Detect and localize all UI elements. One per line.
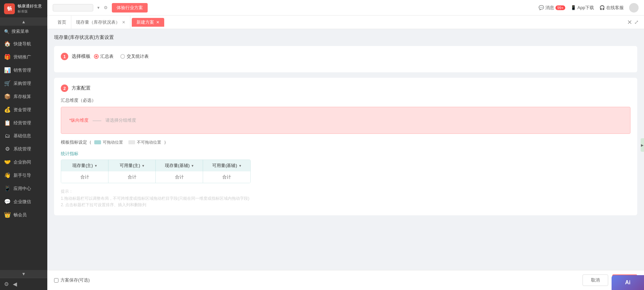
stats-col4-summary: 合计 bbox=[203, 171, 250, 183]
indicator-settings-label: 模板指标设定（ 可拖动位置 不可拖动位置 ） bbox=[61, 139, 630, 145]
dimension-dash: —— bbox=[93, 118, 101, 123]
legend-draggable: 可拖动位置 bbox=[94, 140, 123, 145]
stats-col4-label: 可用量(基辅) bbox=[212, 163, 237, 169]
inventory-icon: 📦 bbox=[4, 93, 11, 100]
sidebar-scroll-area: 🔍 搜索菜单 🏠 快捷导航 🎁 营销推广 📊 销售管理 🛒 采购管理 📦 库存核… bbox=[0, 26, 47, 270]
sidebar-search[interactable]: 🔍 搜索菜单 bbox=[0, 26, 47, 37]
tab-home-label: 首页 bbox=[57, 19, 66, 25]
quick-nav-icon: 🏠 bbox=[4, 41, 11, 47]
search-input[interactable] bbox=[53, 4, 93, 11]
stats-col3-summary: 合计 bbox=[156, 171, 203, 183]
tab-home[interactable]: 首页 bbox=[53, 16, 71, 29]
dimension-placeholder: 请选择分组维度 bbox=[105, 117, 136, 123]
tab-new-plan[interactable]: 新建方案 ✕ bbox=[132, 18, 164, 27]
tab-new-plan-close[interactable]: ✕ bbox=[156, 20, 159, 25]
sidebar-item-quick-nav[interactable]: 🏠 快捷导航 bbox=[0, 37, 47, 50]
legend-fixed: 不可拖动位置 bbox=[128, 140, 161, 145]
sidebar-search-label: 搜索菜单 bbox=[11, 28, 29, 34]
sidebar-item-finance[interactable]: 💰 资金管理 bbox=[0, 103, 47, 116]
ai-button-label: Ai bbox=[625, 280, 630, 286]
sidebar-item-vip[interactable]: 👑 畅会员 bbox=[0, 208, 47, 221]
sidebar-item-wechat[interactable]: 💬 企业微信 bbox=[0, 195, 47, 208]
indicator-label-text: 模板指标设定（ bbox=[61, 139, 92, 145]
sidebar-item-cooperation[interactable]: 🤝 企业协同 bbox=[0, 155, 47, 169]
sidebar-item-label: 新手引导 bbox=[14, 172, 31, 178]
indicator-settings: 模板指标设定（ 可拖动位置 不可拖动位置 ） bbox=[61, 139, 630, 145]
save-checkbox[interactable] bbox=[54, 278, 58, 283]
sidebar-item-sales[interactable]: 📊 销售管理 bbox=[0, 64, 47, 77]
radio-cross-label: 交叉统计表 bbox=[127, 53, 149, 59]
vertical-dimension-label: *纵向维度 bbox=[69, 117, 89, 123]
industry-solution-button[interactable]: 体验行业方案 bbox=[112, 3, 148, 13]
step1-number: 1 bbox=[61, 53, 68, 60]
logo-icon: 畅 bbox=[4, 3, 15, 14]
tab-inventory-status[interactable]: 现存量（库存状况表） ✕ bbox=[71, 16, 130, 29]
app-download-btn[interactable]: 📱 App下载 bbox=[571, 5, 594, 11]
ai-button[interactable]: Ai bbox=[612, 275, 644, 290]
right-edge-collapse[interactable]: ▶ bbox=[641, 138, 644, 152]
sidebar-item-inventory[interactable]: 📦 库存核算 bbox=[0, 90, 47, 103]
settings-icon[interactable]: ⚙ bbox=[4, 281, 9, 287]
message-btn[interactable]: 💬 消息 99+ bbox=[539, 5, 565, 11]
purchase-icon: 🛒 bbox=[4, 80, 11, 87]
step1-header: 1 选择模板 汇总表 交叉统计表 bbox=[61, 53, 630, 60]
sidebar-item-label: 基础信息 bbox=[14, 133, 31, 139]
close-panel-icon[interactable]: ✕ bbox=[627, 19, 632, 26]
radio-cross[interactable]: 交叉统计表 bbox=[120, 53, 149, 59]
sidebar-item-system[interactable]: ⚙ 系统管理 bbox=[0, 142, 47, 155]
tab-inventory-status-close[interactable]: ✕ bbox=[122, 20, 125, 25]
sidebar-item-operation[interactable]: 📋 经营管理 bbox=[0, 116, 47, 129]
sidebar-scroll-down[interactable]: ▼ bbox=[0, 270, 47, 278]
user-avatar[interactable] bbox=[629, 3, 639, 13]
settings-header-icon[interactable]: ⚙ bbox=[104, 5, 108, 10]
message-label: 消息 bbox=[545, 5, 554, 11]
online-service-btn[interactable]: 🎧 在线客服 bbox=[599, 5, 624, 11]
col4-chevron-icon: ▾ bbox=[239, 164, 241, 168]
newbie-icon: 👋 bbox=[4, 172, 11, 178]
stats-col3-header[interactable]: 现存量(基辅) ▾ bbox=[156, 160, 203, 171]
save-label: 方案保存(可选) bbox=[60, 277, 90, 283]
stats-title: 统计指标 bbox=[61, 151, 630, 157]
message-badge: 99+ bbox=[555, 5, 565, 10]
stats-col1-summary: 合计 bbox=[61, 171, 108, 183]
sidebar-footer: ⚙ ◀ bbox=[0, 278, 47, 290]
tabs-bar: 首页 现存量（库存状况表） ✕ 新建方案 ✕ ✕ ⤢ bbox=[47, 16, 644, 29]
content-area: 现存量(库存状况表)方案设置 1 选择模板 汇总表 交叉统计表 bbox=[47, 29, 644, 270]
operation-icon: 📋 bbox=[4, 120, 11, 126]
dropdown-arrow-icon[interactable]: ▾ bbox=[97, 5, 100, 10]
cooperation-icon: 🤝 bbox=[4, 159, 11, 165]
sidebar-item-basic-info[interactable]: 🗂 基础信息 bbox=[0, 129, 47, 142]
top-header: ▾ ⚙ 体验行业方案 💬 消息 99+ 📱 App下载 🎧 在线客服 bbox=[47, 0, 644, 16]
tips-box: 提示： 1.拖动标题栏可以调整布局，不可跨维度或指标区域拖动栏目字段(只能在同一… bbox=[61, 189, 630, 208]
online-service-label: 在线客服 bbox=[606, 5, 624, 11]
sidebar-item-label: 营销推广 bbox=[14, 54, 31, 60]
collapse-sidebar-icon[interactable]: ◀ bbox=[13, 281, 17, 287]
sales-icon: 📊 bbox=[4, 67, 11, 73]
sidebar-item-purchase[interactable]: 🛒 采购管理 bbox=[0, 77, 47, 90]
cancel-button[interactable]: 取消 bbox=[583, 274, 608, 286]
stats-col4-header[interactable]: 可用量(基辅) ▾ bbox=[203, 160, 250, 171]
legend-draggable-label: 可拖动位置 bbox=[103, 140, 123, 145]
sidebar-item-marketing[interactable]: 🎁 营销推广 bbox=[0, 50, 47, 64]
stats-col1-header[interactable]: 现存量(主) ▾ bbox=[61, 160, 108, 171]
radio-summary[interactable]: 汇总表 bbox=[94, 53, 114, 59]
expand-panel-icon[interactable]: ⤢ bbox=[634, 19, 639, 25]
legend-draggable-box bbox=[94, 140, 101, 144]
legend-fixed-box bbox=[128, 140, 135, 144]
finance-icon: 💰 bbox=[4, 106, 11, 113]
save-option[interactable]: 方案保存(可选) bbox=[54, 277, 90, 283]
radio-cross-dot bbox=[120, 54, 125, 59]
radio-summary-dot bbox=[94, 54, 99, 59]
sidebar-item-app-center[interactable]: 📱 应用中心 bbox=[0, 182, 47, 195]
dimension-box[interactable]: *纵向维度 —— 请选择分组维度 bbox=[61, 107, 630, 134]
indicator-legend: 可拖动位置 不可拖动位置 bbox=[94, 140, 161, 145]
collapse-right-icon: ▶ bbox=[641, 143, 644, 147]
sidebar-item-newbie[interactable]: 👋 新手引导 bbox=[0, 169, 47, 182]
sidebar-item-label: 采购管理 bbox=[14, 80, 31, 87]
app-name: 畅康通好生意 bbox=[18, 4, 42, 9]
page-title: 现存量(库存状况表)方案设置 bbox=[54, 34, 637, 41]
stats-col2-header[interactable]: 可用量(主) ▾ bbox=[108, 160, 156, 171]
headset-icon: 🎧 bbox=[599, 5, 605, 10]
stats-col1-label: 现存量(主) bbox=[72, 163, 93, 169]
sidebar-scroll-up[interactable]: ▲ bbox=[0, 18, 47, 26]
